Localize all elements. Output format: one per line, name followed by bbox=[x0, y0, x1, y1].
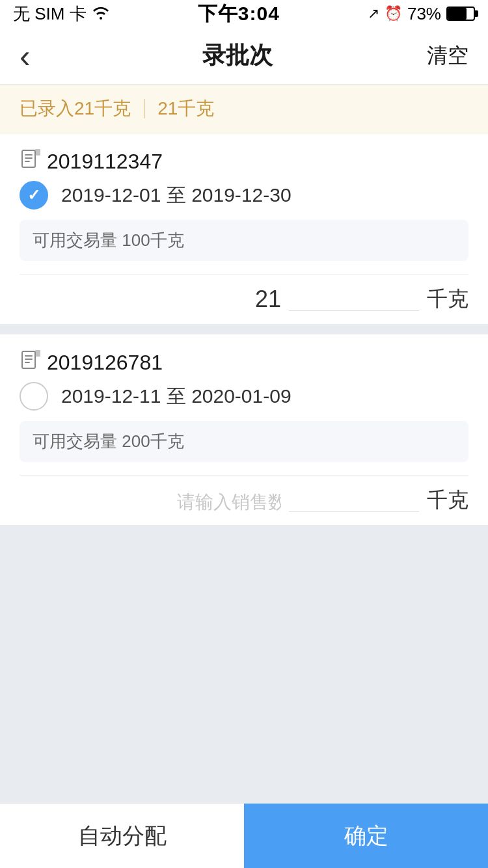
wifi-icon bbox=[92, 4, 110, 24]
input-row-2: 千克 bbox=[20, 475, 468, 525]
svg-rect-4 bbox=[35, 149, 40, 156]
battery-icon bbox=[446, 7, 475, 21]
back-button[interactable]: ‹ bbox=[20, 37, 59, 75]
svg-rect-2 bbox=[25, 157, 33, 159]
svg-rect-8 bbox=[25, 362, 30, 363]
info-divider bbox=[144, 99, 144, 118]
clear-button[interactable]: 清空 bbox=[416, 42, 468, 70]
alarm-icon: ⏰ bbox=[385, 5, 402, 22]
available-qty-1: 可用交易量 100千克 bbox=[20, 220, 468, 261]
svg-rect-7 bbox=[25, 359, 33, 360]
batch-date-row-2[interactable]: 2019-12-11 至 2020-01-09 bbox=[20, 382, 468, 411]
batch-radio-2[interactable] bbox=[20, 382, 48, 411]
batch-id-2: 2019126781 bbox=[47, 351, 163, 375]
svg-rect-6 bbox=[25, 355, 33, 357]
recorded-value: 21千克 bbox=[157, 96, 214, 121]
sim-label: 无 SIM 卡 bbox=[13, 3, 87, 25]
input-row-1: 21 千克 bbox=[20, 274, 468, 324]
auto-distribute-button[interactable]: 自动分配 bbox=[0, 804, 244, 868]
qty-unit-2: 千克 bbox=[427, 486, 468, 515]
battery-percent: 73% bbox=[407, 4, 441, 24]
batch-date-2: 2019-12-11 至 2020-01-09 bbox=[61, 383, 291, 410]
recorded-label: 已录入21千克 bbox=[20, 96, 131, 121]
batch-doc-icon-1 bbox=[20, 149, 40, 174]
qty-value-1: 21 bbox=[255, 286, 281, 313]
location-icon: ↗ bbox=[368, 5, 379, 22]
card-separator bbox=[0, 324, 488, 334]
svg-rect-9 bbox=[35, 350, 40, 357]
status-left: 无 SIM 卡 bbox=[13, 3, 110, 25]
svg-rect-3 bbox=[25, 161, 30, 162]
status-time: 下午3:04 bbox=[198, 1, 280, 27]
input-divider-2 bbox=[289, 511, 419, 512]
confirm-button[interactable]: 确定 bbox=[244, 804, 488, 868]
bottom-bar: 自动分配 确定 bbox=[0, 803, 488, 868]
bottom-spacer bbox=[0, 525, 488, 803]
batch-date-1: 2019-12-01 至 2019-12-30 bbox=[61, 182, 291, 209]
batch-header-2: 2019126781 bbox=[20, 350, 468, 375]
batch-date-row-1[interactable]: ✓ 2019-12-01 至 2019-12-30 bbox=[20, 181, 468, 210]
status-bar: 无 SIM 卡 下午3:04 ↗ ⏰ 73% bbox=[0, 0, 488, 27]
batch-doc-icon-2 bbox=[20, 350, 40, 375]
info-banner: 已录入21千克 21千克 bbox=[0, 85, 488, 133]
qty-unit-1: 千克 bbox=[427, 285, 468, 314]
nav-bar: ‹ 录批次 清空 bbox=[0, 27, 488, 85]
batch-id-1: 2019112347 bbox=[47, 150, 163, 174]
page-title: 录批次 bbox=[202, 40, 273, 72]
svg-rect-1 bbox=[25, 154, 33, 156]
batch-header-1: 2019112347 bbox=[20, 149, 468, 174]
batch-card-2: 2019126781 2019-12-11 至 2020-01-09 可用交易量… bbox=[0, 334, 488, 525]
qty-input-2[interactable] bbox=[177, 487, 281, 514]
batch-card-1: 2019112347 ✓ 2019-12-01 至 2019-12-30 可用交… bbox=[0, 133, 488, 324]
batch-radio-1[interactable]: ✓ bbox=[20, 181, 48, 210]
available-qty-2: 可用交易量 200千克 bbox=[20, 421, 468, 462]
status-right: ↗ ⏰ 73% bbox=[368, 4, 475, 24]
check-icon-1: ✓ bbox=[27, 186, 40, 204]
input-divider-1 bbox=[289, 310, 419, 311]
